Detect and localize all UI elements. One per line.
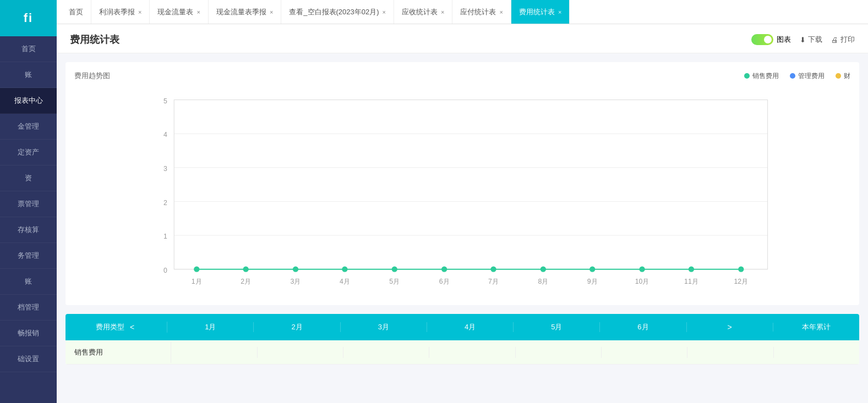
tab-close-payable-stat[interactable]: ×	[499, 9, 503, 15]
svg-text:2: 2	[163, 199, 167, 207]
svg-text:11月: 11月	[684, 278, 698, 285]
th-m2: 2月	[254, 322, 340, 332]
nav-prev-button[interactable]: <	[128, 322, 137, 333]
legend-sales-expense: 销售费用	[744, 71, 779, 81]
tab-cashflow-quarter[interactable]: 现金流量表季报 ×	[209, 0, 281, 24]
svg-text:5: 5	[163, 97, 167, 105]
sidebar-item-account[interactable]: 账	[0, 62, 57, 88]
td-ytd	[774, 347, 859, 358]
svg-text:9月: 9月	[587, 278, 598, 285]
svg-point-32	[541, 267, 546, 272]
sidebar-item-investment[interactable]: 资	[0, 165, 57, 191]
sidebar-item-archive[interactable]: 档管理	[0, 295, 57, 321]
td-m6	[602, 347, 687, 358]
svg-point-29	[392, 267, 397, 272]
chart-section: 费用趋势图 销售费用 管理费用 财	[65, 62, 859, 305]
legend-label-admin: 管理费用	[798, 71, 825, 81]
content-area: 费用统计表 图表 ⬇ 下载 🖨 打印 费用趋势图	[57, 24, 868, 403]
chart-toggle[interactable]	[751, 34, 773, 45]
svg-point-30	[441, 267, 447, 272]
tab-close-expense[interactable]: ×	[558, 9, 561, 15]
sidebar: fi 首页 账 报表中心 金管理 定资产 资 票管理 存核算 务管理 账 档管理…	[0, 0, 57, 403]
sidebar-item-sales[interactable]: 畅报销	[0, 321, 57, 346]
legend-dot-admin	[790, 73, 795, 79]
tab-close-profit[interactable]: ×	[138, 9, 141, 15]
th-m4: 4月	[427, 322, 514, 332]
tab-receivable[interactable]: 应收统计表 ×	[394, 0, 452, 24]
svg-point-27	[293, 267, 298, 272]
sidebar-item-service[interactable]: 务管理	[0, 243, 57, 269]
th-m3: 3月	[341, 322, 427, 332]
svg-text:1月: 1月	[192, 278, 202, 285]
legend-dot-finance	[836, 73, 841, 79]
sidebar-item-settings[interactable]: 础设置	[0, 346, 57, 372]
tab-profit[interactable]: 利润表季报 ×	[91, 0, 150, 24]
download-button[interactable]: ⬇ 下载	[800, 35, 822, 45]
svg-text:8月: 8月	[538, 278, 548, 285]
tab-cashflow[interactable]: 现金流量表 ×	[150, 0, 208, 24]
td-m2	[258, 347, 343, 358]
svg-text:1: 1	[163, 233, 167, 240]
page-header: 费用统计表 图表 ⬇ 下载 🖨 打印	[57, 24, 868, 53]
line-chart-svg: 5 4 3 2 1 0 1月 2月	[74, 87, 850, 296]
sidebar-item-invoice[interactable]: 票管理	[0, 191, 57, 217]
header-actions: 图表 ⬇ 下载 🖨 打印	[751, 34, 855, 45]
sidebar-item-report-center[interactable]: 报表中心	[0, 88, 57, 114]
td-m5	[516, 347, 602, 358]
chart-legend: 销售费用 管理费用 财	[744, 71, 850, 81]
chart-header: 费用趋势图 销售费用 管理费用 财	[74, 71, 850, 81]
td-m3	[343, 347, 429, 358]
th-nav-next: >	[687, 323, 773, 332]
svg-text:7月: 7月	[488, 278, 499, 285]
tab-close-blank-report[interactable]: ×	[383, 9, 386, 15]
td-m4	[429, 347, 515, 358]
svg-point-34	[639, 267, 645, 272]
th-type: 费用类型 <	[65, 322, 167, 333]
tab-home[interactable]: 首页	[61, 0, 91, 24]
sidebar-item-home[interactable]: 首页	[0, 36, 57, 62]
table-header: 费用类型 < 1月 2月 3月 4月 5月 6月 > 本年累计	[65, 314, 859, 340]
th-m5: 5月	[514, 322, 600, 332]
svg-text:10月: 10月	[635, 278, 649, 285]
expense-table: 费用类型 < 1月 2月 3月 4月 5月 6月 > 本年累计 销售费用	[65, 314, 859, 365]
app-logo: fi	[0, 0, 57, 36]
svg-point-28	[342, 267, 347, 272]
svg-point-33	[589, 267, 595, 272]
tab-close-cashflow-quarter[interactable]: ×	[270, 9, 273, 15]
svg-text:12月: 12月	[734, 278, 748, 285]
svg-text:5月: 5月	[389, 278, 400, 285]
sidebar-item-fixed-assets[interactable]: 定资产	[0, 140, 57, 165]
td-type: 销售费用	[65, 342, 171, 363]
svg-text:3: 3	[163, 165, 167, 173]
svg-text:4: 4	[163, 131, 167, 139]
tab-close-receivable[interactable]: ×	[441, 9, 444, 15]
sidebar-item-inventory[interactable]: 存核算	[0, 217, 57, 243]
svg-text:3月: 3月	[291, 278, 301, 285]
chart-area: 5 4 3 2 1 0 1月 2月	[74, 87, 850, 296]
main-area: 首页 利润表季报 × 现金流量表 × 现金流量表季报 × 查看_空白报表(202…	[57, 0, 868, 403]
th-m1: 1月	[167, 322, 254, 332]
chart-toggle-label: 图表	[777, 35, 791, 45]
th-ytd: 本年累计	[773, 322, 859, 332]
legend-label-finance: 财	[844, 71, 850, 81]
svg-point-31	[490, 267, 496, 272]
legend-admin-expense: 管理费用	[790, 71, 825, 81]
tab-payable-stat[interactable]: 应付统计表 ×	[452, 0, 511, 24]
chart-toggle-wrap: 图表	[751, 34, 791, 45]
sidebar-item-fund[interactable]: 金管理	[0, 114, 57, 140]
legend-dot-sales	[744, 73, 750, 79]
tab-close-cashflow[interactable]: ×	[196, 9, 200, 15]
print-button[interactable]: 🖨 打印	[831, 35, 855, 45]
page-title: 费用统计表	[70, 33, 119, 46]
nav-next-button[interactable]: >	[725, 322, 734, 333]
legend-finance-expense: 财	[836, 71, 850, 81]
legend-label-sales: 销售费用	[752, 71, 779, 81]
svg-text:2月: 2月	[241, 278, 251, 285]
tab-expense[interactable]: 费用统计表 ×	[511, 0, 570, 24]
svg-rect-12	[174, 100, 767, 269]
sidebar-item-payable[interactable]: 账	[0, 269, 57, 295]
tab-blank-report[interactable]: 查看_空白报表(2023年02月) ×	[281, 0, 394, 24]
print-icon: 🖨	[831, 36, 838, 44]
table-row: 销售费用	[65, 340, 859, 365]
svg-text:0: 0	[163, 267, 167, 274]
